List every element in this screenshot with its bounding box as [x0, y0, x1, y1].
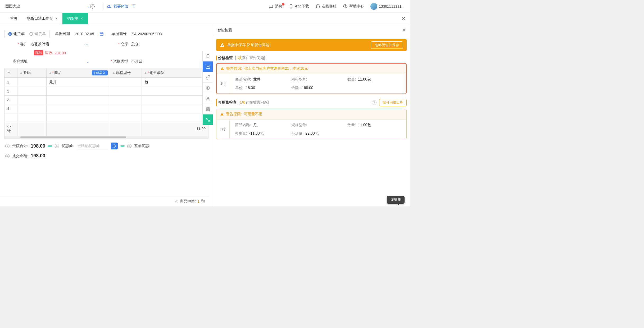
svg-point-17 [222, 69, 222, 69]
table-row[interactable] [4, 113, 208, 122]
footer-strip: ◎ 商品种类: 1 和 [0, 196, 209, 206]
table-row[interactable]: 1龙井包 [4, 78, 208, 87]
th-product[interactable]: ◆*商品扫码录入 [46, 68, 110, 78]
svg-point-18 [222, 115, 222, 115]
experience-link[interactable]: 我要体验一下 [107, 4, 136, 9]
total-value: 198.00 [31, 143, 45, 149]
svg-rect-8 [100, 33, 103, 36]
radio-sale[interactable]: 销货单 [8, 32, 25, 36]
coupon-label: 优惠券: [62, 144, 74, 148]
close-icon[interactable]: ✕ [80, 17, 83, 20]
warning-banner: 单据未保存 [2 项警告问题] 忽略警告并保存 [216, 39, 407, 51]
banner-text: 单据未保存 [2 项警告问题] [227, 43, 270, 47]
invoice-type-label: 票据类型 [113, 59, 128, 63]
stock-check-section: 可用量检查 [1项存在警告问题] ? 按可用量出库 警告原因: 可用量不足 [216, 99, 407, 139]
experience-text: 我要体验一下 [114, 4, 136, 9]
svg-point-7 [345, 7, 345, 7]
tab-sales-order[interactable]: 销货单 ✕ [62, 13, 88, 24]
items-table: ◆条码 ◆*商品扫码录入 ◆规格型号 ◆*销售单位 1龙井包 2 3 4 小计1… [4, 68, 208, 139]
minus-icon [48, 145, 52, 147]
side-sync-icon[interactable] [203, 83, 213, 93]
messages-action[interactable]: 消息 [269, 4, 282, 9]
side-expand-icon[interactable] [203, 114, 213, 125]
avatar-icon [370, 3, 377, 10]
svg-rect-1 [269, 5, 273, 7]
table-row[interactable]: 2 [4, 87, 208, 96]
side-paste-icon[interactable] [203, 51, 213, 61]
date-input[interactable]: 2020-02-05 [75, 32, 94, 36]
left-pane: 销货单 退货单 单据日期 2020-02-05 单据编号 SA-20200205… [0, 24, 213, 206]
settings-icon[interactable] [90, 4, 95, 9]
side-person-icon[interactable] [203, 93, 213, 104]
header: 图图大业 ⌄ 我要体验一下 消息 App下载 [0, 0, 410, 13]
side-yen-icon[interactable] [203, 104, 213, 114]
company-name: 图图大业 [5, 4, 20, 9]
app-download-action[interactable]: App下载 [289, 4, 309, 9]
tabs-bar: 首页 钱货日清工作台 ✕ 销货单 ✕ ✕ [0, 13, 410, 24]
reason-text: 你上次与该客户交易价格21，本次18元 [244, 66, 308, 71]
th-barcode[interactable]: ◆条码 [17, 68, 46, 78]
svg-point-9 [8, 72, 10, 73]
chevron-down-icon: ⌄ [87, 5, 90, 8]
warehouse-input[interactable]: 总仓 [131, 42, 184, 47]
refresh-coupon-button[interactable] [111, 143, 118, 149]
close-all-tabs-icon[interactable]: ✕ [402, 16, 406, 21]
customer-sub-info: 现结 应收: 231.00 [4, 50, 66, 55]
warehouse-label: 仓库 [121, 42, 128, 46]
price-section-note: [1项存在警告问题] [235, 56, 265, 60]
discount-label: 整单优惠: [134, 144, 150, 148]
radio-checked-icon [8, 32, 12, 36]
chevron-down-icon[interactable]: ⌄ [86, 60, 89, 63]
close-icon[interactable]: ✕ [402, 28, 406, 33]
table-settings-icon[interactable] [4, 68, 17, 78]
side-link-icon[interactable] [203, 72, 213, 83]
company-selector[interactable]: 图图大业 ⌄ [5, 4, 90, 9]
tab-workbench[interactable]: 钱货日清工作台 ✕ [22, 13, 62, 24]
doc-type-radio-group: 销货单 退货单 [4, 30, 50, 38]
customer-input[interactable]: 老张茶叶店 [31, 42, 83, 47]
online-service-label: 在线客服 [322, 4, 337, 9]
tab-home-label: 首页 [10, 16, 17, 21]
rp-title: 智能检测 [217, 28, 232, 33]
invoice-type-input[interactable]: 不开票 [131, 59, 184, 64]
reason-label: 警告原因: [226, 112, 242, 117]
trash-tooltip[interactable]: 废纸篓 [387, 196, 405, 204]
tab-home[interactable]: 首页 [5, 13, 22, 24]
minus-icon [120, 145, 125, 147]
help-center-action[interactable]: 帮助中心 [343, 4, 364, 9]
customer-lookup-icon[interactable]: ··· [84, 42, 89, 46]
table-row[interactable]: 4 [4, 104, 208, 113]
calendar-icon[interactable] [99, 32, 104, 36]
final-value: 198.00 [31, 153, 45, 159]
ignore-save-button[interactable]: 忽略警告并保存 [371, 41, 403, 49]
summary-total-row: ¥ 金额合计: 198.00 ◎ 优惠券: 无匹配优惠券 ◎ 整单优惠: [5, 143, 207, 149]
coupon-input[interactable]: 无匹配优惠券 [76, 143, 108, 149]
th-spec[interactable]: ◆规格型号 [110, 68, 142, 78]
online-service-action[interactable]: 在线客服 [315, 4, 337, 9]
reason-text: 可用量不足 [244, 112, 262, 117]
outbound-by-available-button[interactable]: 按可用量出库 [379, 99, 407, 106]
number-label: 单据编号 [112, 32, 126, 36]
help-center-label: 帮助中心 [349, 4, 364, 9]
side-toolbar [202, 51, 213, 125]
close-icon[interactable]: ✕ [55, 17, 58, 20]
help-icon[interactable]: ? [372, 100, 377, 105]
warn-row-number: 1行 [216, 119, 230, 139]
right-pane: 智能检测 ✕ 单据未保存 [2 项警告问题] 忽略警告并保存 价格检查 [1项存… [213, 24, 410, 206]
svg-rect-4 [316, 6, 316, 8]
subtotal-row: 小计11.00 [4, 122, 208, 136]
price-warning-card: 警告原因: 你上次与该客户交易价格21，本次18元 1行 商品名称:龙井 规格型… [216, 63, 407, 94]
user-menu[interactable]: 13381111111... [370, 3, 405, 10]
price-check-section: 价格检查 [1项存在警告问题] 警告原因: 你上次与该客户交易价格21，本次18… [216, 56, 407, 94]
header-actions: 消息 App下载 在线客服 帮助中心 13381111111... [269, 3, 405, 10]
radio-return[interactable]: 退货单 [29, 32, 46, 36]
table-row[interactable]: 3 [4, 96, 208, 104]
date-label: 单据日期 [55, 32, 70, 36]
receivable-label: 应收: [45, 51, 53, 55]
scan-entry-button[interactable]: 扫码录入 [92, 70, 108, 76]
side-chart-icon[interactable] [203, 61, 213, 72]
th-unit[interactable]: ◆*销售单位 [142, 68, 208, 78]
reason-label: 警告原因: [226, 66, 242, 71]
horizontal-scrollbar[interactable] [4, 136, 208, 139]
product-types-count: 1 [197, 199, 199, 203]
